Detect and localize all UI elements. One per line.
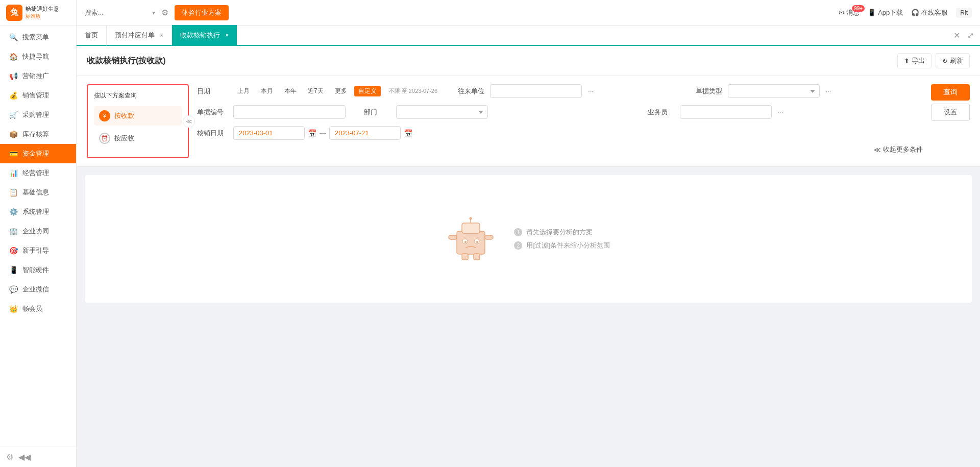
tab-collection[interactable]: 收款核销执行 × — [172, 25, 237, 45]
partner-input[interactable] — [490, 84, 582, 98]
staff-ellipsis[interactable]: ··· — [776, 106, 786, 118]
finance-icon: 💳 — [8, 150, 18, 158]
collapse-panel-button[interactable]: ≪ — [183, 115, 195, 128]
topbar: ▾ ⚙ 体验行业方案 ✉ 消息 99+ 📱 App下载 🎧 在线客服 Rit — [77, 0, 980, 26]
content-area: 收款核销执行(按收款) ⬆ 导出 ↻ 刷新 按以下方案查询 ¥ — [77, 46, 980, 467]
dept-select[interactable] — [396, 105, 488, 119]
collection-option-icon: ¥ — [99, 110, 110, 121]
hardware-icon: 📱 — [8, 266, 18, 274]
sidebar-item-purchase[interactable]: 🛒 采购管理 — [0, 105, 76, 125]
svg-rect-5 — [449, 235, 457, 239]
sidebar-item-label: 经营管理 — [22, 168, 49, 178]
industry-solution-button[interactable]: 体验行业方案 — [175, 5, 229, 20]
tab-prepay-close-icon[interactable]: × — [160, 32, 163, 39]
headset-icon: 🎧 — [911, 9, 919, 16]
operation-icon: 📊 — [8, 169, 18, 177]
calendar-to-icon[interactable]: 📅 — [404, 129, 412, 137]
message-icon: ✉ — [839, 9, 844, 16]
sidebar-item-guide[interactable]: 🎯 新手引导 — [0, 241, 76, 260]
gear-icon[interactable]: ⚙ — [161, 8, 168, 17]
close-tab-button[interactable]: ✕ — [951, 29, 962, 42]
doc-no-input[interactable] — [233, 105, 346, 119]
sidebar-nav: 🔍 搜索菜单 🏠 快捷导航 📢 营销推广 💰 销售管理 🛒 采购管理 📦 库存核… — [0, 26, 76, 447]
refresh-icon: ↻ — [942, 57, 948, 65]
this-year-button[interactable]: 本年 — [280, 85, 301, 97]
date-label: 日期 — [197, 87, 225, 96]
tab-collection-close-icon[interactable]: × — [225, 32, 229, 39]
logo: 兔 畅捷通好生意 标准版 — [0, 0, 76, 26]
collection-option-label: 按收款 — [114, 111, 134, 120]
sidebar-item-system[interactable]: ⚙️ 系统管理 — [0, 202, 76, 222]
user-info[interactable]: Rit — [956, 8, 972, 18]
online-service-button[interactable]: 🎧 在线客服 — [911, 8, 948, 17]
doc-type-ellipsis[interactable]: ··· — [824, 85, 834, 97]
app-download-button[interactable]: 📱 App下载 — [868, 8, 903, 17]
last-month-button[interactable]: 上月 — [233, 85, 254, 97]
tab-home[interactable]: 首页 — [77, 25, 107, 45]
tab-prepay[interactable]: 预付冲应付单 × — [107, 25, 172, 45]
staff-input[interactable] — [680, 105, 772, 119]
sidebar-item-inventory[interactable]: 📦 库存核算 — [0, 125, 76, 144]
filter-option-by-collection[interactable]: ¥ 按收款 — [94, 106, 182, 126]
sidebar-item-label: 基础信息 — [22, 188, 49, 197]
settings-button[interactable]: 设置 — [931, 104, 970, 121]
username-label: Rit — [960, 9, 968, 16]
sidebar-item-vip[interactable]: 👑 畅会员 — [0, 299, 76, 318]
brand-search-input[interactable] — [85, 9, 146, 16]
sidebar-item-label: 新手引导 — [22, 246, 49, 255]
page-header: 收款核销执行(按收款) ⬆ 导出 ↻ 刷新 — [77, 46, 980, 76]
svg-rect-10 — [462, 254, 468, 260]
more-date-button[interactable]: 更多 — [331, 85, 351, 97]
sidebar-item-label: 采购管理 — [22, 110, 49, 119]
calendar-from-icon[interactable]: 📅 — [308, 129, 316, 137]
sidebar-item-wechat[interactable]: 💬 企业微信 — [0, 280, 76, 299]
system-icon: ⚙️ — [8, 208, 18, 216]
chevron-up-icon: ≪ — [874, 146, 881, 154]
this-month-button[interactable]: 本月 — [257, 85, 277, 97]
sidebar-footer: ⚙ ◀◀ — [0, 447, 76, 467]
filter-actions-row: ≪ 收起更多条件 — [197, 145, 923, 154]
sidebar-item-search[interactable]: 🔍 搜索菜单 — [0, 28, 76, 47]
sidebar-item-hardware[interactable]: 📱 智能硬件 — [0, 260, 76, 280]
doc-type-select[interactable] — [728, 84, 820, 98]
sales-icon: 💰 — [8, 91, 18, 100]
sidebar-item-label: 智能硬件 — [22, 265, 49, 275]
collapse-more-button[interactable]: ≪ 收起更多条件 — [874, 145, 923, 154]
topbar-brand — [85, 9, 146, 16]
logo-icon: 兔 — [6, 5, 22, 21]
query-button[interactable]: 查询 — [931, 84, 970, 101]
sidebar-item-enterprise[interactable]: 🏢 企业协同 — [0, 222, 76, 241]
sidebar-item-operation[interactable]: 📊 经营管理 — [0, 163, 76, 183]
inventory-icon: 📦 — [8, 130, 18, 138]
svg-rect-6 — [485, 235, 493, 239]
collapse-sidebar-icon[interactable]: ◀◀ — [18, 452, 31, 462]
sidebar-item-basic-info[interactable]: 📋 基础信息 — [0, 183, 76, 202]
verify-date-from-input[interactable] — [233, 126, 305, 140]
verify-date-to-input[interactable] — [329, 126, 401, 140]
message-button[interactable]: ✉ 消息 99+ — [839, 8, 860, 17]
custom-date-tag[interactable]: 自定义 — [354, 86, 381, 96]
date-separator: — — [320, 129, 326, 137]
logo-sub: 标准版 — [26, 13, 59, 20]
sidebar-item-label: 资金管理 — [22, 149, 49, 158]
sidebar-item-quick-nav[interactable]: 🏠 快捷导航 — [0, 47, 76, 66]
wechat-icon: 💬 — [8, 285, 18, 293]
settings-icon[interactable]: ⚙ — [6, 452, 13, 462]
topbar-right: ✉ 消息 99+ 📱 App下载 🎧 在线客服 Rit — [839, 8, 972, 18]
7days-button[interactable]: 近7天 — [304, 85, 328, 97]
sidebar-item-marketing[interactable]: 📢 营销推广 — [0, 66, 76, 86]
filter-option-by-receivable[interactable]: ⏰ 按应收 — [94, 129, 182, 148]
filter-row-1: 日期 上月 本月 本年 近7天 更多 自定义 — [197, 84, 923, 98]
refresh-button[interactable]: ↻ 刷新 — [936, 53, 970, 68]
tabbar-actions: ✕ ⤢ — [951, 29, 980, 42]
sidebar-item-label: 库存核算 — [22, 130, 49, 139]
empty-tip-1: 请先选择要分析的方案 — [526, 228, 593, 237]
page-title: 收款核销执行(按收款) — [87, 56, 166, 73]
expand-tab-button[interactable]: ⤢ — [965, 29, 976, 42]
dept-label: 部门 — [364, 108, 392, 117]
export-button[interactable]: ⬆ 导出 — [897, 53, 932, 68]
partner-ellipsis[interactable]: ··· — [586, 85, 596, 97]
sidebar-item-finance[interactable]: 💳 资金管理 — [0, 144, 76, 163]
partner-label: 往来单位 — [458, 87, 486, 96]
sidebar-item-sales[interactable]: 💰 销售管理 — [0, 86, 76, 105]
